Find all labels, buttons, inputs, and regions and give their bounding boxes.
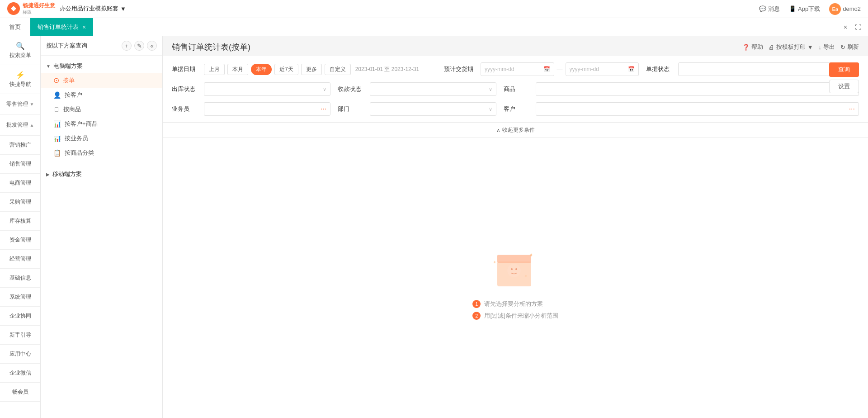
tab-bar-controls: × ⛶ [841,23,868,32]
member-label: 畅会员 [12,388,28,396]
sidebar-item-retail[interactable]: 零售管理 ▼ [0,94,40,115]
delivery-status-select[interactable]: ∨ [204,82,330,96]
help-button[interactable]: ❓ 帮助 [742,43,763,51]
sidebar-item-inventory[interactable]: 库存核算 [0,212,40,231]
sidebar-item-wechat[interactable]: 企业微信 [0,364,40,383]
sidebar-item-quick-nav[interactable]: ⚡ 快捷导航 [0,65,40,94]
tab-sales-report[interactable]: 销售订单统计表 × [30,18,93,36]
top-bar: 畅捷通好生意 标版 办公用品行业模拟账套 ▼ 💬 消息 📱 App下载 Ea d… [0,0,868,18]
export-button[interactable]: ↓ 导出 [819,43,835,51]
filter-row-3: 业务员 ··· 部门 ∨ 客户 ··· [172,102,859,116]
pc-section-header[interactable]: ▼ 电脑端方案 [41,59,162,73]
by-category-icon: 📋 [53,149,61,157]
refresh-label: 刷新 [847,43,859,51]
sidebar-item-operations[interactable]: 经营管理 [0,250,40,269]
status-label: 单据状态 [646,65,671,73]
sidebar-item-marketing[interactable]: 营销推广 [0,136,40,155]
this-month-btn[interactable]: 本月 [227,64,248,75]
hint-text-2: 用[过滤]条件来缩小分析范围 [484,312,558,320]
hint-num-1: 1 [472,300,481,308]
app-subtitle: 标版 [23,9,55,15]
inventory-label: 库存核算 [9,217,31,225]
filter-area: 单据日期 上月 本月 本年 近7天 更多 自定义 2023-01-01 至 20… [163,56,868,123]
scheme-by-customer[interactable]: 👤 按客户 [41,88,162,102]
date-separator: — [557,66,563,73]
custom-date-btn[interactable]: 自定义 [325,64,351,75]
expected-date-to[interactable]: yyyy-mm-dd 📅 [566,62,639,76]
sidebar-item-appstore[interactable]: 应用中心 [0,345,40,364]
app-name: 畅捷通好生意 [23,2,55,9]
sidebar-item-member[interactable]: 畅会员 [0,383,40,402]
content-area: 按以下方案查询 + ✎ « ▼ 电脑端方案 ⊙ 按单 👤 按客 [41,36,868,418]
help-label: 帮助 [751,43,763,51]
sidebar-item-newbie[interactable]: 新手引导 [0,326,40,345]
app-download-button[interactable]: 📱 App下载 [789,5,820,13]
tab-minimize-button[interactable]: × [841,23,850,32]
sidebar-item-finance[interactable]: 资金管理 [0,231,40,250]
tab-close-icon[interactable]: × [82,24,86,31]
top-bar-left: 畅捷通好生意 标版 办公用品行业模拟账套 ▼ [7,2,126,15]
export-icon: ↓ [819,44,822,51]
account-dropdown[interactable]: 办公用品行业模拟账套 ▼ [60,5,126,13]
expected-date-from-placeholder: yyyy-mm-dd [485,66,514,72]
by-customer-icon: 👤 [53,91,61,99]
empty-illustration: ✦ ✦ ✦ [488,237,542,291]
mobile-section: ▶ 移动端方案 [41,164,162,185]
svg-point-2 [507,264,521,277]
sidebar-item-ecommerce[interactable]: 电商管理 [0,174,40,193]
tab-home[interactable]: 首页 [0,18,30,36]
scheme-by-customer-goods[interactable]: 📊 按客户+商品 [41,117,162,131]
sidebar-item-wholesale[interactable]: 批发管理 ▲ [0,115,40,136]
page-title: 销售订单统计表(按单) [172,42,250,52]
salesman-select[interactable]: ··· [204,102,330,116]
department-select[interactable]: ∨ [370,102,496,116]
expected-date-from[interactable]: yyyy-mm-dd 📅 [481,62,554,76]
settings-button[interactable]: 设置 [829,80,859,93]
calendar-to-icon: 📅 [628,66,635,72]
messages-button[interactable]: 💬 消息 [759,5,780,13]
refresh-button[interactable]: ↻ 刷新 [840,43,859,51]
tab-bar: 首页 销售订单统计表 × × ⛶ [0,18,868,36]
scheme-by-order[interactable]: ⊙ 按单 [41,73,162,88]
last7-btn[interactable]: 近7天 [274,64,298,75]
logo-area: 畅捷通好生意 标版 [7,2,55,15]
expected-date-label: 预计交货期 [444,65,473,73]
by-salesman-label: 按业务员 [65,134,88,142]
tab-maximize-button[interactable]: ⛶ [854,23,863,32]
template-print-button[interactable]: 🖨 按模板打印 ▼ [769,43,813,51]
edit-scheme-button[interactable]: ✎ [134,41,144,51]
scheme-by-goods[interactable]: 🗒 按商品 [41,102,162,117]
by-customer-goods-icon: 📊 [53,120,61,128]
add-scheme-button[interactable]: + [122,41,132,51]
search-button[interactable]: 查询 [829,62,859,77]
scheme-by-salesman[interactable]: 📊 按业务员 [41,131,162,146]
user-menu[interactable]: Ea demo2 [829,3,861,15]
operations-label: 经营管理 [9,255,31,263]
basic-label: 基础信息 [9,274,31,282]
app-logo-icon [7,2,20,15]
collapse-button[interactable]: ∧ 收起更多条件 [496,126,535,134]
sidebar-item-basic[interactable]: 基础信息 [0,269,40,288]
hint-text-1: 请先选择要分析的方案 [484,300,543,308]
collapse-panel-button[interactable]: « [147,41,157,51]
sidebar-item-sales[interactable]: 销售管理 [0,155,40,174]
export-label: 导出 [823,43,835,51]
sidebar-item-system[interactable]: 系统管理 [0,288,40,307]
by-goods-icon: 🗒 [53,106,60,113]
this-year-btn[interactable]: 本年 [251,64,272,75]
customer-select[interactable]: ··· [536,102,859,116]
scheme-by-category[interactable]: 📋 按商品分类 [41,146,162,160]
payment-status-select[interactable]: ∨ [370,82,496,96]
svg-text:✦: ✦ [524,274,528,278]
empty-hints: 1 请先选择要分析的方案 2 用[过滤]条件来缩小分析范围 [472,300,558,320]
more-date-btn[interactable]: 更多 [301,64,322,75]
sidebar-item-purchase[interactable]: 采购管理 [0,193,40,212]
sidebar-item-enterprise[interactable]: 企业协同 [0,307,40,326]
pc-section-title: 电脑端方案 [53,62,83,70]
goods-select[interactable]: ··· [536,82,859,96]
mobile-section-header[interactable]: ▶ 移动端方案 [41,167,162,181]
sidebar-item-search-menu[interactable]: 🔍 搜索菜单 [0,36,40,65]
template-print-label: 按模板打印 [776,43,806,51]
last-month-btn[interactable]: 上月 [204,64,225,75]
enterprise-label: 企业协同 [9,312,31,320]
